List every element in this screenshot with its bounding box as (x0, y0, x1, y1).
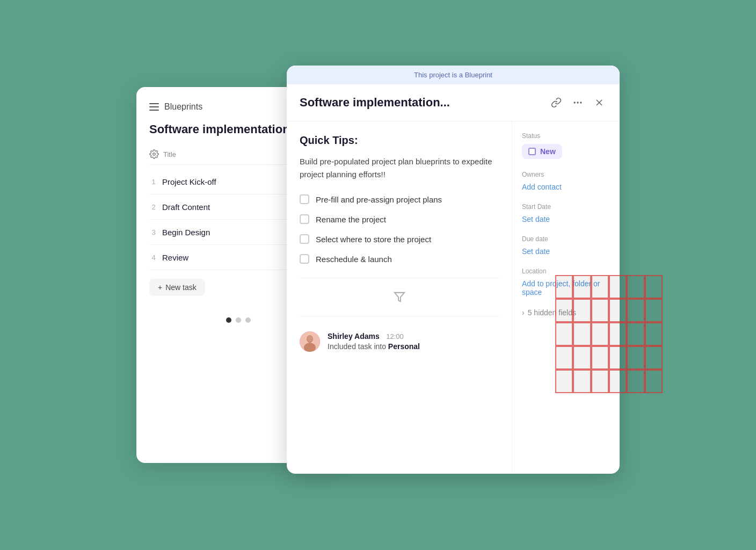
dot-1 (226, 317, 231, 323)
status-section: Status New (522, 132, 610, 159)
owners-label: Owners (522, 171, 610, 178)
activity-content: Shirley Adams 12:00 Included task into P… (328, 331, 499, 351)
dot-3 (245, 317, 251, 323)
check-label: Pre-fill and pre-assign project plans (316, 194, 442, 205)
activity-divider (300, 316, 499, 316)
check-label: Rename the project (316, 214, 386, 225)
location-label: Location (522, 267, 610, 275)
row-name: Project Kick-off (162, 177, 291, 186)
due-date-button[interactable]: Set date (522, 247, 610, 256)
quick-tips-title: Quick Tips: (300, 134, 499, 147)
row-number: 3 (149, 228, 158, 236)
dot-2 (236, 317, 241, 323)
grid-cell (627, 275, 644, 299)
col-title-header: Title (163, 150, 280, 158)
svg-point-2 (577, 102, 578, 103)
status-value: New (540, 147, 556, 156)
more-icon (572, 97, 583, 108)
add-contact-button[interactable]: Add contact (522, 183, 610, 191)
checkbox[interactable] (300, 214, 309, 224)
grid-cell (627, 370, 644, 393)
grid-cell (627, 299, 644, 322)
checkbox[interactable] (300, 234, 309, 244)
start-date-button[interactable]: Set date (522, 215, 610, 223)
panel-title: Blueprints (164, 102, 202, 112)
more-button[interactable] (570, 95, 585, 110)
detail-header: Software implementation... (287, 84, 620, 121)
activity-desc: Included task into Personal (328, 342, 499, 351)
link-icon (551, 97, 562, 108)
row-name: Review (162, 253, 291, 262)
row-number: 2 (149, 203, 158, 211)
grid-cell (645, 346, 663, 370)
svg-marker-6 (394, 293, 404, 302)
detail-body: Quick Tips: Build pre-populated project … (287, 121, 620, 474)
svg-point-1 (574, 102, 576, 103)
row-name: Draft Content (162, 202, 291, 212)
grid-cell (645, 322, 663, 346)
activity-user: Shirley Adams (328, 332, 380, 341)
new-task-button[interactable]: + New task (149, 279, 205, 296)
hidden-fields[interactable]: › 5 hidden fields (522, 308, 610, 317)
check-item: Pre-fill and pre-assign project plans (300, 194, 499, 205)
grid-cell (645, 299, 663, 322)
filter-icon[interactable] (394, 291, 405, 303)
checkbox[interactable] (300, 254, 309, 264)
due-date-label: Due date (522, 235, 610, 243)
close-button[interactable] (592, 95, 607, 110)
menu-icon[interactable] (149, 103, 159, 111)
hidden-fields-label: 5 hidden fields (528, 308, 576, 317)
filter-icon-row (300, 287, 499, 307)
plus-icon: + (158, 283, 162, 292)
quick-tips-text: Build pre-populated project plan bluepri… (300, 155, 499, 181)
row-number: 4 (149, 254, 158, 262)
activity-time: 12:00 (386, 332, 404, 341)
chevron-right-icon: › (522, 308, 525, 317)
owners-section: Owners Add contact (522, 171, 610, 191)
activity-item: Shirley Adams 12:00 Included task into P… (300, 325, 499, 358)
svg-point-0 (153, 153, 156, 156)
activity-header: Shirley Adams 12:00 (328, 331, 499, 341)
checkbox[interactable] (300, 194, 309, 204)
start-date-section: Start Date Set date (522, 203, 610, 223)
check-label: Reschedule & launch (316, 254, 392, 265)
link-button[interactable] (549, 95, 564, 110)
settings-icon[interactable] (149, 149, 159, 159)
check-item: Reschedule & launch (300, 254, 499, 265)
check-item: Select where to store the project (300, 234, 499, 245)
grid-cell (645, 275, 663, 299)
svg-point-10 (307, 335, 312, 342)
grid-cell (627, 346, 644, 370)
location-button[interactable]: Add to project, folder or space (522, 279, 610, 296)
activity-desc-prefix: Included task into (328, 342, 386, 351)
due-date-section: Due date Set date (522, 235, 610, 256)
detail-title: Software implementation... (300, 96, 542, 110)
location-section: Location Add to project, folder or space (522, 267, 610, 296)
status-pill[interactable]: New (522, 144, 562, 159)
checklist: Pre-fill and pre-assign project plans Re… (300, 194, 499, 265)
close-icon (594, 97, 605, 108)
row-number: 1 (149, 178, 158, 186)
check-label: Select where to store the project (316, 234, 431, 245)
divider (300, 278, 499, 278)
detail-sidebar: Status New Owners Add contact Start Date… (512, 121, 620, 474)
avatar (300, 331, 320, 352)
grid-cell (627, 322, 644, 346)
status-label: Status (522, 132, 610, 140)
status-checkbox (528, 148, 536, 155)
check-item: Rename the project (300, 214, 499, 225)
svg-point-3 (580, 102, 581, 103)
activity-location: Personal (388, 342, 420, 351)
grid-cell (645, 370, 663, 393)
blueprint-banner: This project is a Blueprint (287, 66, 620, 84)
new-task-label: New task (165, 283, 197, 292)
right-panel: This project is a Blueprint Software imp… (287, 66, 620, 474)
detail-main: Quick Tips: Build pre-populated project … (287, 121, 512, 474)
start-date-label: Start Date (522, 203, 610, 211)
row-name: Begin Design (162, 228, 291, 237)
